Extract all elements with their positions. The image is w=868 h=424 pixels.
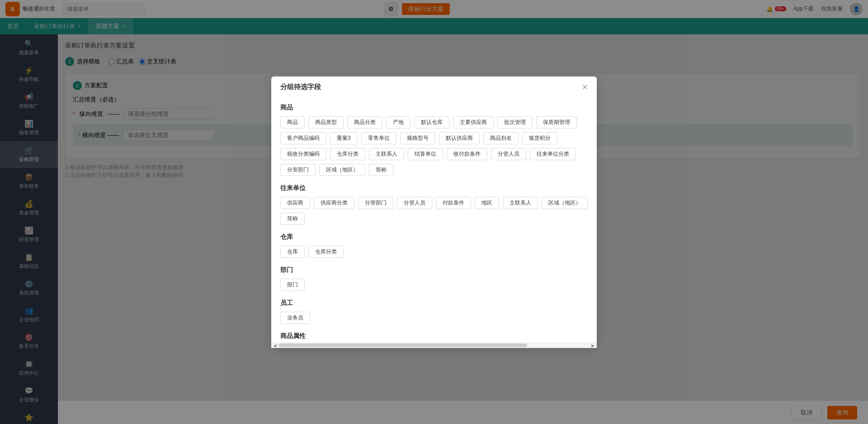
modal-body[interactable]: 商品 商品 商品类型 商品分类 产地 默认仓库 主要供应商 批次管理 保质期管理… — [271, 96, 597, 343]
modal-horizontal-scrollbar[interactable]: ◀ ▶ — [271, 343, 597, 348]
field-tag-payment-terms[interactable]: 收付款条件 — [447, 148, 487, 160]
field-group-product-attr: 商品属性 属性 颜色 多规格 尺码 鞋码 1 — [280, 332, 588, 343]
field-tag-batch-mgmt[interactable]: 批次管理 — [497, 116, 533, 129]
field-tag-partner-region[interactable]: 区域（地区） — [542, 197, 588, 209]
field-tag-main-supplier[interactable]: 主要供应商 — [453, 116, 494, 129]
field-tag-shelf-life[interactable]: 保质期管理 — [536, 116, 577, 129]
field-tag-default-warehouse[interactable]: 默认仓库 — [414, 116, 449, 129]
field-tag-dept[interactable]: 分管部门 — [280, 164, 316, 176]
field-tag-product-category[interactable]: 商品分类 — [347, 116, 382, 129]
field-tag-warehouse-category[interactable]: 仓库分类 — [330, 148, 365, 160]
field-tag-tax-code[interactable]: 税收分类编码 — [280, 148, 326, 160]
group-partner-title: 往来单位 — [280, 184, 588, 192]
hscroll-right-arrow[interactable]: ▶ — [590, 343, 597, 348]
group-employee-title: 员工 — [280, 299, 588, 307]
group-partner-tags: 供应商 供应商分类 分管部门 分管人员 付款条件 地区 主联系人 区域（地区） … — [280, 197, 588, 225]
field-tag-customer-code[interactable]: 客户商品编码 — [280, 132, 326, 144]
field-tag-supplier-category[interactable]: 供应商分类 — [314, 197, 354, 209]
field-tag-product[interactable]: 商品 — [280, 116, 305, 129]
group-employee-tags: 业务员 — [280, 312, 588, 324]
field-tag-partner-abbrev[interactable]: 简称 — [280, 213, 305, 225]
modal-overlay: 分组待选字段 ✕ 商品 商品 商品类型 商品分类 产地 默认仓库 主要供应商 批… — [0, 0, 868, 424]
group-warehouse-tags: 仓库 仓库分类 — [280, 246, 588, 258]
field-tag-default-supplier[interactable]: 默认供应商 — [439, 132, 480, 144]
field-tag-main-contact[interactable]: 主联系人 — [369, 148, 404, 160]
field-tag-retail-unit[interactable]: 零售单位 — [361, 132, 396, 144]
field-tag-region[interactable]: 区域（地区） — [319, 164, 365, 176]
field-group-partner: 往来单位 供应商 供应商分类 分管部门 分管人员 付款条件 地区 主联系人 区域… — [280, 184, 588, 225]
field-group-employee: 员工 业务员 — [280, 299, 588, 324]
field-group-warehouse: 仓库 仓库 仓库分类 — [280, 233, 588, 258]
field-tag-partner-supervisor[interactable]: 分管人员 — [397, 197, 432, 209]
field-tag-partner-area[interactable]: 地区 — [475, 197, 499, 209]
field-tag-supplier[interactable]: 供应商 — [280, 197, 310, 209]
hscroll-thumb[interactable] — [278, 343, 527, 347]
field-tag-partner-category[interactable]: 往来单位分类 — [530, 148, 576, 160]
hscroll-left-arrow[interactable]: ◀ — [271, 343, 278, 348]
field-group-product: 商品 商品 商品类型 商品分类 产地 默认仓库 主要供应商 批次管理 保质期管理… — [280, 104, 588, 176]
group-department-tags: 部门 — [280, 279, 588, 291]
field-tag-weight3[interactable]: 重量3 — [330, 132, 358, 144]
field-tag-spec-model[interactable]: 规格型号 — [400, 132, 435, 144]
group-product-tags: 商品 商品类型 商品分类 产地 默认仓库 主要供应商 批次管理 保质期管理 客户… — [280, 116, 588, 176]
group-department-title: 部门 — [280, 266, 588, 274]
group-warehouse-title: 仓库 — [280, 233, 588, 241]
field-tag-product-alias[interactable]: 商品别名 — [483, 132, 519, 144]
field-tag-partner-payment[interactable]: 付款条件 — [436, 197, 471, 209]
modal-header: 分组待选字段 ✕ — [271, 76, 597, 96]
modal-close-button[interactable]: ✕ — [582, 83, 588, 91]
field-tag-abbrev[interactable]: 简称 — [369, 164, 393, 176]
field-tag-warehouse-cat[interactable]: 仓库分类 — [308, 246, 344, 258]
field-tag-refine-points[interactable]: 炼货积分 — [522, 132, 557, 144]
field-tag-partner-dept[interactable]: 分管部门 — [358, 197, 393, 209]
hscroll-track — [278, 343, 590, 347]
modal-title: 分组待选字段 — [280, 83, 321, 91]
field-tag-warehouse[interactable]: 仓库 — [280, 246, 305, 258]
field-group-department: 部门 部门 — [280, 266, 588, 291]
field-tag-settlement-unit[interactable]: 结算单位 — [408, 148, 443, 160]
field-tag-product-type[interactable]: 商品类型 — [308, 116, 344, 129]
field-tag-department[interactable]: 部门 — [280, 279, 305, 291]
group-product-title: 商品 — [280, 104, 588, 112]
field-selector-modal: 分组待选字段 ✕ 商品 商品 商品类型 商品分类 产地 默认仓库 主要供应商 批… — [271, 76, 597, 348]
field-tag-origin[interactable]: 产地 — [386, 116, 410, 129]
field-tag-salesperson[interactable]: 业务员 — [280, 312, 310, 324]
group-product-attr-title: 商品属性 — [280, 332, 588, 340]
field-tag-supervisor[interactable]: 分管人员 — [491, 148, 526, 160]
field-tag-partner-contact[interactable]: 主联系人 — [503, 197, 538, 209]
